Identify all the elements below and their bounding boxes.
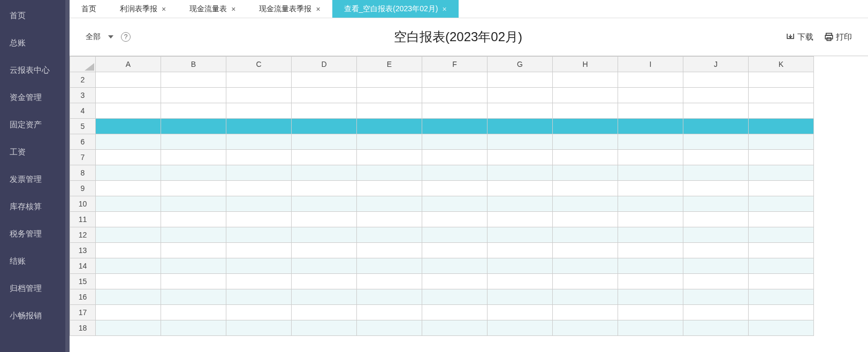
cell-D12[interactable]: [292, 227, 357, 243]
cell-A5[interactable]: [96, 119, 161, 134]
cell-J12[interactable]: [683, 227, 749, 243]
cell-H14[interactable]: [553, 258, 618, 274]
cell-F6[interactable]: [422, 134, 488, 150]
cell-K4[interactable]: [749, 103, 814, 119]
cell-J14[interactable]: [683, 258, 749, 274]
cell-F15[interactable]: [422, 274, 488, 289]
cell-C12[interactable]: [226, 227, 292, 243]
cell-C8[interactable]: [226, 165, 292, 181]
cell-D15[interactable]: [292, 274, 357, 289]
column-header-K[interactable]: K: [749, 57, 814, 72]
cell-E15[interactable]: [357, 274, 422, 289]
cell-F4[interactable]: [422, 103, 488, 119]
cell-F9[interactable]: [422, 181, 488, 196]
cell-D4[interactable]: [292, 103, 357, 119]
cell-H9[interactable]: [553, 181, 618, 196]
cell-H15[interactable]: [553, 274, 618, 289]
cell-A12[interactable]: [96, 227, 161, 243]
cell-G4[interactable]: [488, 103, 553, 119]
cell-I9[interactable]: [618, 181, 683, 196]
row-header-13[interactable]: 13: [70, 243, 96, 258]
cell-B12[interactable]: [161, 227, 226, 243]
cell-F18[interactable]: [422, 320, 488, 336]
cell-K5[interactable]: [749, 119, 814, 134]
cell-C15[interactable]: [226, 274, 292, 289]
close-icon[interactable]: ×: [316, 5, 320, 13]
cell-F11[interactable]: [422, 212, 488, 227]
cell-I7[interactable]: [618, 150, 683, 165]
cell-B4[interactable]: [161, 103, 226, 119]
cell-E4[interactable]: [357, 103, 422, 119]
cell-F13[interactable]: [422, 243, 488, 258]
cell-B9[interactable]: [161, 181, 226, 196]
cell-E8[interactable]: [357, 165, 422, 181]
cell-J3[interactable]: [683, 88, 749, 103]
cell-I10[interactable]: [618, 196, 683, 212]
cell-F14[interactable]: [422, 258, 488, 274]
cell-I12[interactable]: [618, 227, 683, 243]
cell-D2[interactable]: [292, 72, 357, 88]
cell-F10[interactable]: [422, 196, 488, 212]
cell-B10[interactable]: [161, 196, 226, 212]
cell-B11[interactable]: [161, 212, 226, 227]
cell-D10[interactable]: [292, 196, 357, 212]
cell-C10[interactable]: [226, 196, 292, 212]
cell-G15[interactable]: [488, 274, 553, 289]
cell-E17[interactable]: [357, 305, 422, 320]
cell-A3[interactable]: [96, 88, 161, 103]
cell-K7[interactable]: [749, 150, 814, 165]
cell-E6[interactable]: [357, 134, 422, 150]
cell-I16[interactable]: [618, 289, 683, 305]
cell-G18[interactable]: [488, 320, 553, 336]
cell-G17[interactable]: [488, 305, 553, 320]
print-button[interactable]: 打印: [824, 32, 852, 42]
cell-G8[interactable]: [488, 165, 553, 181]
sidebar-scrollbar[interactable]: [65, 0, 70, 352]
cell-E5[interactable]: [357, 119, 422, 134]
cell-C17[interactable]: [226, 305, 292, 320]
row-header-6[interactable]: 6: [70, 134, 96, 150]
cell-A18[interactable]: [96, 320, 161, 336]
cell-C11[interactable]: [226, 212, 292, 227]
cell-K16[interactable]: [749, 289, 814, 305]
cell-C16[interactable]: [226, 289, 292, 305]
cell-C18[interactable]: [226, 320, 292, 336]
cell-C3[interactable]: [226, 88, 292, 103]
cell-D5[interactable]: [292, 119, 357, 134]
cell-A10[interactable]: [96, 196, 161, 212]
cell-K9[interactable]: [749, 181, 814, 196]
sidebar-item-0[interactable]: 首页: [0, 2, 70, 29]
cell-J18[interactable]: [683, 320, 749, 336]
cell-D17[interactable]: [292, 305, 357, 320]
row-header-12[interactable]: 12: [70, 227, 96, 243]
tab-4[interactable]: 查看_空白报表(2023年02月)×: [332, 0, 459, 18]
cell-D6[interactable]: [292, 134, 357, 150]
cell-K14[interactable]: [749, 258, 814, 274]
cell-D3[interactable]: [292, 88, 357, 103]
cell-J10[interactable]: [683, 196, 749, 212]
cell-J13[interactable]: [683, 243, 749, 258]
cell-A16[interactable]: [96, 289, 161, 305]
column-header-J[interactable]: J: [683, 57, 749, 72]
cell-H13[interactable]: [553, 243, 618, 258]
cell-C7[interactable]: [226, 150, 292, 165]
column-header-A[interactable]: A: [96, 57, 161, 72]
cell-K13[interactable]: [749, 243, 814, 258]
cell-B3[interactable]: [161, 88, 226, 103]
cell-A15[interactable]: [96, 274, 161, 289]
cell-I8[interactable]: [618, 165, 683, 181]
sidebar-item-9[interactable]: 结账: [0, 248, 70, 275]
row-header-5[interactable]: 5: [70, 119, 96, 134]
cell-K18[interactable]: [749, 320, 814, 336]
cell-J15[interactable]: [683, 274, 749, 289]
row-header-18[interactable]: 18: [70, 320, 96, 336]
cell-B8[interactable]: [161, 165, 226, 181]
cell-G9[interactable]: [488, 181, 553, 196]
row-header-11[interactable]: 11: [70, 212, 96, 227]
cell-H12[interactable]: [553, 227, 618, 243]
select-all-corner[interactable]: [70, 57, 96, 72]
cell-C9[interactable]: [226, 181, 292, 196]
cell-H4[interactable]: [553, 103, 618, 119]
cell-C4[interactable]: [226, 103, 292, 119]
cell-E7[interactable]: [357, 150, 422, 165]
